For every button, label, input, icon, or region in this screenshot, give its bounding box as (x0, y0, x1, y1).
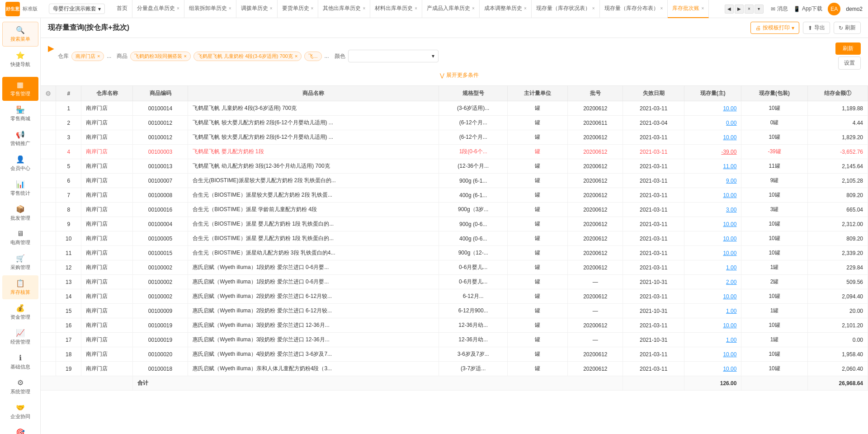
tab-xiancun-dist[interactable]: 现存量（库存分布表） × (600, 0, 668, 18)
nav-close-arrow[interactable]: × (745, 5, 754, 14)
sidebar-item-inventory[interactable]: 📋 库存核算 (2, 275, 38, 299)
app-download-btn[interactable]: 📱 App下载 (793, 5, 822, 13)
th-gear[interactable]: ⚙ (41, 86, 56, 101)
tab-kucun-pici[interactable]: 库存批次账 × (668, 0, 709, 18)
avatar[interactable]: EA (828, 3, 840, 15)
td-spec: 900g (0-6... (439, 217, 508, 231)
close-icon[interactable]: × (472, 6, 475, 11)
tab-chengben[interactable]: 成本调整单历史 × (480, 0, 532, 18)
tab-home[interactable]: 首页 (112, 0, 132, 18)
td-seq: 7 (56, 188, 81, 203)
settings-icon[interactable]: ⚙ (45, 90, 51, 97)
td-qty-pkg: 10罐 (741, 289, 807, 304)
close-icon[interactable]: × (701, 6, 704, 11)
message-btn[interactable]: ✉ 消息 (771, 5, 788, 13)
expand-more-btn[interactable]: ⋁ 展开更多条件 (58, 70, 861, 81)
td-gear (41, 318, 56, 333)
close-icon[interactable]: × (229, 6, 231, 11)
query-button[interactable]: 刷新 (835, 42, 861, 55)
td-gear (41, 188, 56, 203)
close-icon[interactable]: × (415, 6, 417, 11)
sidebar-item-marketing[interactable]: 📢 营销推广 (2, 127, 38, 151)
td-expire: 2021-10-31 (623, 275, 684, 289)
main-layout: 🔍 搜索菜单 ⭐ 快捷导航 ▦ 零售管理 🏪 零售商城 📢 营销推广 👤 会员中… (0, 18, 868, 434)
td-qty-main: 10.00 (684, 231, 741, 246)
tab-qitachuku[interactable]: 其他出库单历史 × (318, 0, 370, 18)
close-icon[interactable]: × (270, 6, 273, 11)
sidebar-item-finance[interactable]: 💰 资金管理 (2, 300, 38, 324)
td-amount: 2,312.00 (807, 217, 868, 231)
stats-icon: 📊 (16, 180, 25, 189)
sidebar-item-collab[interactable]: 🤝 企业协同 (2, 400, 38, 424)
sidebar-item-basicinfo[interactable]: ℹ 基础信息 (2, 350, 38, 374)
close-icon[interactable]: × (177, 6, 179, 11)
filter-area: ▶ 仓库 南岸门店 × ... 商品 (41, 38, 868, 86)
sidebar-item-mall[interactable]: 🏪 零售商城 (2, 102, 38, 126)
org-selector[interactable]: 母婴行业演示账套 ▾ (49, 4, 105, 14)
refresh-btn[interactable]: ↻ 刷新 (834, 22, 861, 34)
td-amount: 809.20 (807, 231, 868, 246)
goods-tag-2[interactable]: 飞鹤星飞帆 儿童奶粉 4段(3-6岁适用) 700克 × (193, 52, 302, 61)
th-expire: 失效日期 (623, 86, 684, 101)
tab-chancheng[interactable]: 产成品入库单历史 × (422, 0, 480, 18)
close-icon[interactable]: × (311, 6, 314, 11)
export-btn[interactable]: ⬆ 导出 (803, 22, 830, 34)
td-amount: 4.44 (807, 116, 868, 130)
td-code: 00100008 (132, 188, 188, 203)
sidebar-label-purchase: 采购管理 (10, 264, 30, 271)
td-batch: 20200612 (568, 347, 623, 362)
goods-more-btn[interactable]: ... (325, 53, 329, 59)
td-seq: 15 (56, 304, 81, 318)
td-expire: 2021-03-11 (623, 188, 684, 203)
td-name: 飞鹤星飞帆 儿童奶粉 4段(3-6岁适用) 700克 (188, 101, 439, 116)
goods-tag-2-close-icon[interactable]: × (295, 53, 297, 59)
goods-tag-1[interactable]: 飞鹤奶粉3段同捆搭装 × (130, 52, 191, 61)
warehouse-tag[interactable]: 南岸门店 × (71, 52, 104, 61)
sidebar-item-member[interactable]: 👤 会员中心 (2, 151, 38, 175)
print-btn[interactable]: 🖨 按模板打印 ▾ (750, 22, 799, 34)
td-expire: 2021-03-11 (623, 145, 684, 159)
td-batch: 20200612 (568, 101, 623, 116)
td-warehouse: 南岸门店 (81, 130, 132, 145)
close-icon[interactable]: × (524, 6, 527, 11)
td-qty-pkg: 10罐 (741, 101, 807, 116)
td-expire: 2021-03-11 (623, 231, 684, 246)
close-icon[interactable]: × (592, 6, 595, 11)
tab-fenliang[interactable]: 分量盘点单历史 × (132, 0, 184, 18)
tab-zuzhuang[interactable]: 组装拆卸单历史 × (184, 0, 236, 18)
sidebar-label-retail: 零售管理 (10, 90, 30, 97)
expand-arrow[interactable]: ▶ (48, 43, 54, 53)
message-icon: ✉ (771, 6, 775, 12)
goods-tag-1-close-icon[interactable]: × (184, 53, 187, 59)
nav-next-arrow[interactable]: ▶ (735, 5, 744, 14)
sidebar-item-operations[interactable]: 📈 经营管理 (2, 325, 38, 349)
sidebar-item-stats[interactable]: 📊 零售统计 (2, 176, 38, 200)
goods-tag-3[interactable]: 飞... (304, 52, 321, 61)
warehouse-tag-close-icon[interactable]: × (97, 53, 100, 59)
tab-xiancun-status[interactable]: 现存量（库存状况表） × (532, 0, 600, 18)
td-code: 00100002 (132, 289, 188, 304)
settings-button[interactable]: 设置 (838, 57, 861, 70)
td-amount: 0.00 (807, 333, 868, 347)
tab-diaopo[interactable]: 调拨单历史 × (236, 0, 278, 18)
color-dropdown-icon[interactable]: ▾ (432, 53, 434, 59)
sidebar-item-purchase[interactable]: 🛒 采购管理 (2, 250, 38, 274)
td-unit: 罐 (508, 101, 568, 116)
tab-yaohuo[interactable]: 要货单历史 × (278, 0, 319, 18)
close-icon[interactable]: × (660, 6, 663, 11)
warehouse-more-btn[interactable]: ... (107, 53, 111, 59)
sidebar-item-ecommerce[interactable]: 🖥 电商管理 (2, 226, 38, 250)
td-qty-main: 0.00 (684, 116, 741, 130)
sidebar-item-retail[interactable]: ▦ 零售管理 (2, 77, 38, 101)
purchase-icon: 🛒 (16, 254, 25, 263)
sidebar-item-system[interactable]: ⚙ 系统管理 (2, 375, 38, 399)
sidebar-search[interactable]: 🔍 搜索菜单 (2, 22, 38, 47)
sidebar-shortcut[interactable]: ⭐ 快捷导航 (2, 47, 38, 71)
sidebar-item-guide[interactable]: 🎯 新手引导 (2, 425, 38, 434)
close-icon[interactable]: × (363, 6, 365, 11)
tab-cailiao[interactable]: 材料出库单历史 × (370, 0, 422, 18)
nav-prev-arrow[interactable]: ◀ (725, 5, 734, 14)
color-input[interactable]: ▾ (348, 50, 439, 62)
sidebar-item-wholesale[interactable]: 📦 批发管理 (2, 201, 38, 225)
nav-menu-arrow[interactable]: ▾ (755, 5, 764, 14)
